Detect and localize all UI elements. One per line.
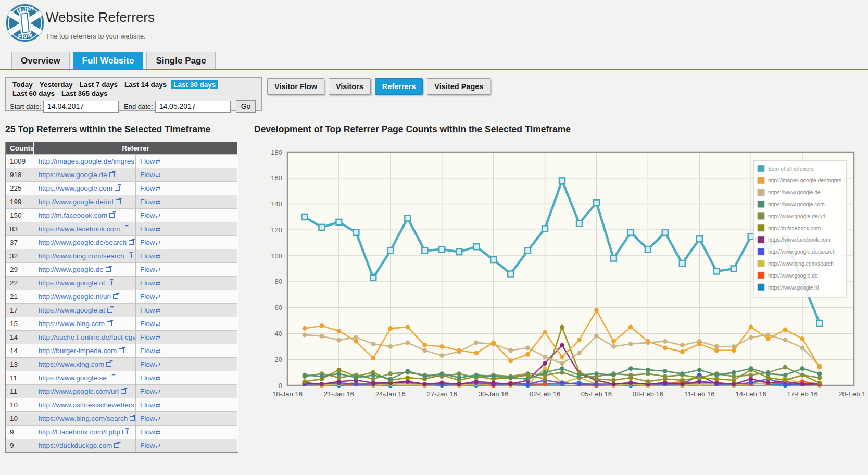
flow-link[interactable]: Flow⇄	[140, 198, 161, 206]
page-subtitle: The top referrers to your website.	[46, 32, 145, 40]
view-switcher: Visitor FlowVisitorsReferrersVisited Pag…	[267, 78, 495, 95]
view-referrers[interactable]: Referrers	[375, 78, 423, 95]
referrer-link[interactable]: https://www.google.at	[39, 306, 105, 314]
svg-text:24-Jan 16: 24-Jan 16	[375, 390, 406, 398]
referrer-link[interactable]: http://images.google.de/imgres	[39, 157, 135, 165]
svg-text:02-Feb 16: 02-Feb 16	[530, 390, 560, 398]
referrer-link[interactable]: https://www.google.se	[39, 374, 107, 382]
referrer-link[interactable]: https://www.facebook.com	[39, 225, 120, 233]
referrer-link[interactable]: http://www.google.de/url	[39, 198, 114, 206]
referrer-link[interactable]: http://suche.t-online.de/fast-cgi/tsc	[39, 333, 136, 341]
flow-link[interactable]: Flow⇄	[140, 374, 161, 382]
view-visitor-flow[interactable]: Visitor Flow	[267, 78, 324, 95]
svg-text:60: 60	[275, 304, 282, 311]
referrer-count: 11	[6, 385, 34, 398]
referrer-link[interactable]: https://www.google.com	[39, 184, 113, 192]
shuffle-icon: ⇄	[156, 307, 161, 314]
tab-full-website[interactable]: Full Website	[73, 52, 144, 69]
flow-link[interactable]: Flow⇄	[140, 239, 161, 246]
svg-text:https://www.facebook.com: https://www.facebook.com	[768, 237, 831, 243]
range-last-30-days[interactable]: Last 30 days	[171, 80, 218, 89]
range-last-365-days[interactable]: Last 365 days	[59, 89, 110, 98]
referrer-link[interactable]: https://www.bing.com	[39, 320, 105, 328]
flow-link[interactable]: Flow⇄	[140, 333, 161, 341]
view-visitors[interactable]: Visitors	[329, 78, 371, 95]
flow-link[interactable]: Flow⇄	[140, 266, 161, 273]
referrer-link[interactable]: http://l.facebook.com/l.php	[39, 428, 121, 436]
flow-link[interactable]: Flow⇄	[140, 360, 161, 368]
flow-link[interactable]: Flow⇄	[140, 184, 161, 192]
range-last-7-days[interactable]: Last 7 days	[77, 80, 121, 89]
external-link-icon	[109, 213, 115, 218]
flow-link[interactable]: Flow⇄	[140, 320, 161, 328]
start-date-input[interactable]	[43, 101, 119, 113]
svg-text:0: 0	[279, 382, 282, 390]
table-row: 918https://www.google.deFlow⇄	[6, 168, 237, 182]
go-button[interactable]: Go	[236, 100, 256, 113]
referrer-link[interactable]: https://duckduckgo.com	[39, 442, 112, 449]
external-link-icon	[106, 362, 111, 367]
referrer-link[interactable]: https://www.xing.com	[39, 360, 105, 368]
table-row: 10https://www.bing.com/searchFlow⇄	[6, 412, 237, 426]
flow-link[interactable]: Flow⇄	[140, 252, 161, 260]
referrer-count: 37	[6, 236, 34, 249]
flow-link[interactable]: Flow⇄	[140, 211, 161, 219]
table-row: 1009http://images.google.de/imgresFlow⇄	[6, 155, 237, 168]
external-link-icon	[122, 227, 127, 231]
svg-text:11-Feb 16: 11-Feb 16	[684, 390, 714, 398]
referrer-link[interactable]: http://www.bing.com/search	[39, 252, 124, 260]
referrer-link[interactable]: http://burger-imperia.com	[39, 347, 117, 355]
flow-link[interactable]: Flow⇄	[140, 415, 161, 422]
shuffle-icon: ⇄	[156, 402, 161, 409]
svg-text:http://images.google.de/imgres: http://images.google.de/imgres	[768, 178, 841, 183]
referrer-count: 13	[6, 358, 34, 371]
end-date-input[interactable]	[155, 101, 231, 113]
referrer-link[interactable]: http://www.google.com/url	[39, 388, 119, 395]
referrer-count: 11	[6, 371, 34, 385]
flow-link[interactable]: Flow⇄	[140, 347, 161, 355]
referrer-link[interactable]: http://www.ostfriesischewetterstation.de…	[39, 401, 136, 409]
tab-overview[interactable]: Overview	[11, 52, 70, 69]
flow-link[interactable]: Flow⇄	[140, 293, 161, 301]
range-yesterday[interactable]: Yesterday	[37, 80, 76, 89]
referrer-link[interactable]: https://www.bing.com/search	[39, 415, 128, 422]
svg-text:17-Feb 16: 17-Feb 16	[787, 390, 817, 398]
referrer-link[interactable]: http://www.google.nl/url	[39, 293, 111, 301]
referrer-link[interactable]: http://www.google.de/search	[39, 239, 127, 246]
flow-link[interactable]: Flow⇄	[140, 279, 161, 287]
svg-text:14-Feb 16: 14-Feb 16	[736, 390, 766, 398]
tab-single-page[interactable]: Single Page	[146, 52, 215, 69]
flow-link[interactable]: Flow⇄	[140, 428, 161, 436]
external-link-icon	[107, 321, 112, 326]
referrer-link[interactable]: http://m.facebook.com	[39, 211, 108, 219]
range-today[interactable]: Today	[10, 80, 35, 89]
referrer-link[interactable]: http://www.google.de	[39, 266, 104, 273]
table-row: 17https://www.google.atFlow⇄	[6, 304, 237, 317]
referrer-column-header: Referrer	[34, 142, 237, 155]
view-visited-pages[interactable]: Visited Pages	[427, 78, 490, 95]
range-last-14-days[interactable]: Last 14 days	[122, 80, 169, 89]
flow-link[interactable]: Flow⇄	[140, 442, 161, 449]
referrer-link[interactable]: https://www.google.nl	[39, 279, 105, 287]
tab-bar: OverviewFull WebsiteSingle Page	[0, 52, 868, 70]
flow-link[interactable]: Flow⇄	[140, 225, 161, 233]
flow-link[interactable]: Flow⇄	[140, 306, 161, 314]
flow-link[interactable]: Flow⇄	[140, 157, 161, 165]
flow-link[interactable]: Flow⇄	[140, 401, 161, 409]
flow-link[interactable]: Flow⇄	[140, 171, 161, 179]
table-row: 14http://burger-imperia.comFlow⇄	[6, 344, 237, 358]
shuffle-icon: ⇄	[156, 280, 161, 287]
referrer-count: 9	[6, 426, 34, 439]
table-row: 13https://www.xing.comFlow⇄	[6, 358, 237, 371]
table-row: 14http://suche.t-online.de/fast-cgi/tscF…	[6, 331, 237, 344]
referrer-count: 10	[6, 412, 34, 426]
flow-link[interactable]: Flow⇄	[140, 388, 161, 395]
range-last-60-days[interactable]: Last 60 days	[10, 89, 57, 98]
svg-text:05-Feb 16: 05-Feb 16	[581, 390, 612, 398]
external-link-icon	[113, 294, 118, 299]
svg-text:https://www.google.de: https://www.google.de	[768, 190, 821, 195]
external-link-icon	[127, 254, 132, 258]
external-link-icon	[107, 281, 112, 285]
referrer-link[interactable]: https://www.google.de	[39, 171, 107, 179]
external-link-icon	[121, 389, 126, 394]
